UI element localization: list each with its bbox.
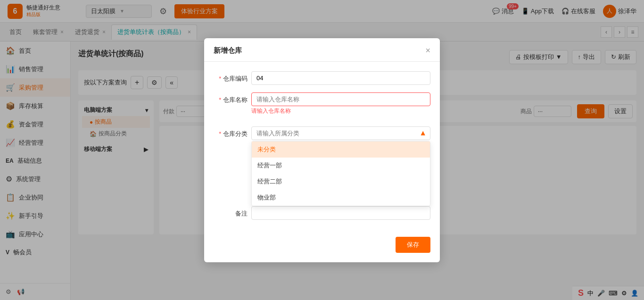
name-field-wrapper: 请输入仓库名称: [251, 92, 430, 115]
save-button[interactable]: 保存: [396, 237, 430, 253]
warehouse-name-row: 仓库名称 请输入仓库名称: [214, 92, 430, 115]
category-dropdown-list: 未分类 经营一部 经营二部 物业部: [251, 141, 430, 206]
warehouse-category-row: 仓库分类 ▲ 未分类 经营一部 经营二部 物业部: [214, 126, 430, 140]
name-error-msg: 请输入仓库名称: [251, 107, 430, 115]
modal-header: 新增仓库 ×: [204, 38, 440, 62]
warehouse-code-input[interactable]: [251, 71, 430, 85]
category-label: 仓库分类: [214, 126, 251, 138]
code-label: 仓库编码: [214, 71, 251, 83]
option-uncategorized[interactable]: 未分类: [252, 142, 430, 158]
warehouse-notes-input[interactable]: [251, 206, 430, 220]
warehouse-notes-row: 备注: [214, 206, 430, 220]
name-label: 仓库名称: [214, 92, 251, 104]
option-property[interactable]: 物业部: [252, 190, 430, 206]
warehouse-name-input[interactable]: [251, 92, 430, 106]
modal-title: 新增仓库: [214, 46, 242, 55]
option-dept1[interactable]: 经营一部: [252, 158, 430, 174]
modal-footer: 保存: [204, 237, 440, 253]
category-input[interactable]: [251, 126, 430, 140]
option-dept2[interactable]: 经营二部: [252, 174, 430, 190]
notes-label: 备注: [214, 206, 251, 218]
modal-close-button[interactable]: ×: [425, 46, 430, 56]
modal-body: 仓库编码 仓库名称 请输入仓库名称 仓库分类 ▲ 未分类: [204, 62, 440, 237]
chevron-up-icon[interactable]: ▲: [419, 129, 427, 137]
warehouse-code-row: 仓库编码: [214, 71, 430, 85]
category-dropdown-wrapper: ▲ 未分类 经营一部 经营二部 物业部: [251, 126, 430, 140]
modal-overlay[interactable]: 新增仓库 × 仓库编码 仓库名称 请输入仓库名称 仓库分类: [0, 0, 644, 300]
add-warehouse-modal: 新增仓库 × 仓库编码 仓库名称 请输入仓库名称 仓库分类: [204, 38, 440, 262]
